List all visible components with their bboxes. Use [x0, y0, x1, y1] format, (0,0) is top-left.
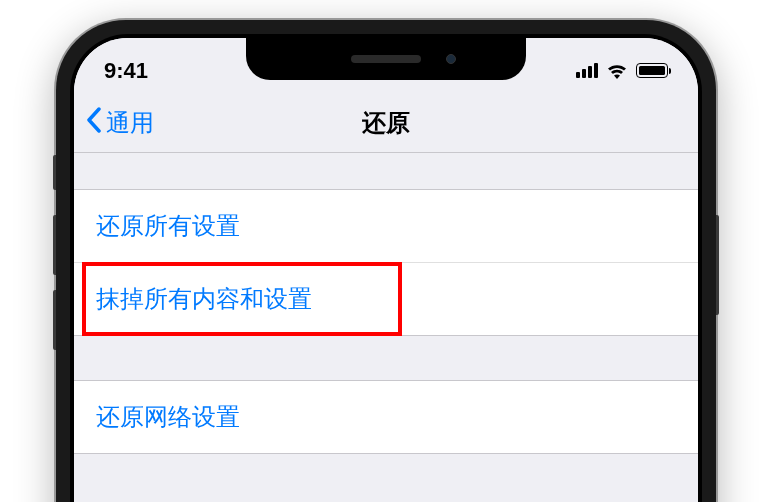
phone-inner-bezel: 9:41 [70, 34, 702, 502]
cellular-icon [576, 63, 598, 78]
status-time: 9:41 [104, 48, 148, 84]
volume-down-button [53, 290, 56, 350]
content-area: 还原所有设置 抹掉所有内容和设置 还原网络设置 [74, 153, 698, 454]
list-item-label: 抹掉所有内容和设置 [96, 285, 312, 312]
settings-group: 还原网络设置 [74, 380, 698, 454]
page-title: 还原 [362, 107, 410, 139]
side-button [716, 215, 719, 315]
mute-switch [53, 155, 56, 190]
wifi-icon [606, 63, 628, 79]
erase-all-content-item[interactable]: 抹掉所有内容和设置 [74, 263, 698, 335]
back-button[interactable]: 通用 [74, 107, 154, 139]
status-icons [576, 53, 668, 79]
back-label: 通用 [106, 107, 154, 139]
list-item-label: 还原网络设置 [96, 403, 240, 430]
volume-up-button [53, 215, 56, 275]
chevron-left-icon [86, 107, 102, 139]
screen: 9:41 [74, 38, 698, 502]
battery-icon [636, 63, 668, 78]
reset-all-settings-item[interactable]: 还原所有设置 [74, 190, 698, 263]
front-camera [446, 54, 456, 64]
reset-network-settings-item[interactable]: 还原网络设置 [74, 381, 698, 453]
phone-frame: 9:41 [56, 20, 716, 502]
list-item-label: 还原所有设置 [96, 212, 240, 239]
speaker [351, 55, 421, 63]
navigation-bar: 通用 还原 [74, 93, 698, 153]
notch [246, 38, 526, 80]
settings-group: 还原所有设置 抹掉所有内容和设置 [74, 189, 698, 336]
